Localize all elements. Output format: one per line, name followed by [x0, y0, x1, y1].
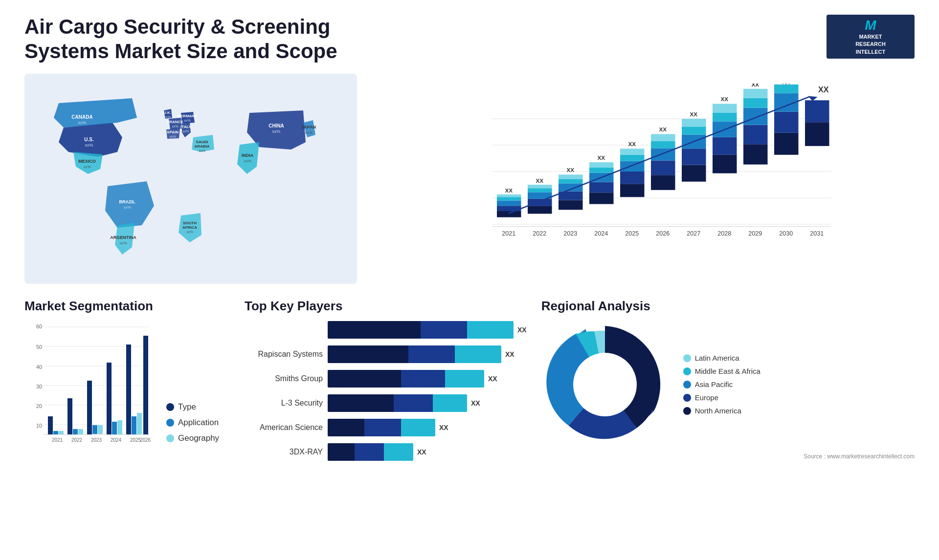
svg-rect-42 — [497, 194, 521, 197]
svg-rect-53 — [559, 179, 583, 183]
reg-item-mea: Middle East & Africa — [683, 367, 760, 375]
player-row-l3: L-3 Security XX — [245, 394, 527, 412]
svg-text:XX: XX — [690, 110, 698, 117]
svg-text:xx%: xx% — [305, 130, 312, 135]
svg-text:10: 10 — [36, 423, 42, 429]
svg-text:xx%: xx% — [186, 230, 193, 234]
svg-text:xx%: xx% — [244, 159, 251, 163]
svg-rect-87 — [743, 125, 768, 144]
mea-label: Middle East & Africa — [695, 367, 760, 375]
svg-text:2021: 2021 — [502, 230, 515, 237]
svg-text:2022: 2022 — [533, 230, 546, 237]
svg-text:xx%: xx% — [78, 120, 86, 125]
bottom-section: Market Segmentation 60 50 40 30 20 10 — [24, 299, 915, 468]
segmentation-container: Market Segmentation 60 50 40 30 20 10 — [24, 299, 230, 468]
player-xx-smiths: XX — [488, 375, 497, 383]
geography-label: Geography — [178, 433, 219, 443]
seg-legend-geography: Geography — [166, 433, 219, 443]
svg-rect-38 — [497, 211, 521, 217]
reg-item-na: North America — [683, 407, 760, 415]
svg-text:xx%: xx% — [272, 129, 280, 134]
apac-dot — [683, 381, 691, 388]
svg-rect-127 — [48, 416, 53, 434]
svg-rect-147 — [143, 336, 148, 434]
svg-rect-57 — [589, 182, 614, 193]
svg-rect-95 — [774, 85, 799, 93]
svg-rect-44 — [528, 206, 552, 214]
svg-text:50: 50 — [36, 344, 42, 350]
svg-text:2028: 2028 — [717, 230, 731, 237]
svg-rect-78 — [682, 119, 706, 127]
svg-rect-145 — [137, 413, 142, 434]
svg-text:AFRICA: AFRICA — [182, 225, 197, 230]
svg-text:SOUTH: SOUTH — [183, 221, 197, 225]
player-xx-l3: XX — [471, 399, 480, 407]
svg-text:CANADA: CANADA — [71, 114, 92, 120]
svg-point-149 — [573, 353, 637, 416]
player-row-1: XX — [245, 321, 527, 339]
svg-text:2031: 2031 — [810, 230, 824, 237]
svg-text:2026: 2026 — [140, 437, 151, 443]
regional-container: Regional Analysis — [541, 299, 915, 468]
svg-text:ARGENTINA: ARGENTINA — [110, 235, 136, 240]
regional-legend: Latin America Middle East & Africa Asia … — [683, 354, 760, 415]
svg-rect-84 — [713, 104, 737, 112]
svg-rect-136 — [92, 425, 97, 434]
svg-rect-144 — [132, 416, 136, 434]
application-label: Application — [178, 418, 219, 428]
svg-text:FRANCE: FRANCE — [167, 120, 183, 124]
player-row-smiths: Smiths Group XX — [245, 370, 527, 388]
svg-rect-54 — [559, 174, 583, 179]
player-row-american: American Science XX — [245, 419, 527, 436]
players-container: Top Key Players XX Rapiscan Systems — [245, 299, 527, 468]
svg-text:2023: 2023 — [563, 230, 577, 237]
donut-chart-svg — [541, 321, 669, 448]
svg-rect-97 — [805, 122, 829, 146]
reg-item-latin: Latin America — [683, 354, 760, 362]
svg-rect-86 — [743, 144, 768, 164]
logo-box: M MARKETRESEARCHINTELLECT — [827, 15, 915, 59]
seg-chart-wrapper: 60 50 40 30 20 10 — [24, 321, 230, 443]
svg-rect-62 — [620, 184, 645, 197]
svg-text:60: 60 — [36, 323, 42, 329]
logo-text: MARKETRESEARCHINTELLECT — [855, 33, 886, 56]
svg-rect-71 — [651, 141, 675, 148]
page-wrapper: Air Cargo Security & Screening Systems M… — [0, 0, 939, 560]
svg-text:XX: XX — [536, 177, 544, 183]
svg-text:xx%: xx% — [123, 205, 131, 210]
header: Air Cargo Security & Screening Systems M… — [24, 15, 915, 64]
player-xx-american: XX — [439, 424, 448, 431]
svg-rect-83 — [713, 112, 737, 121]
svg-text:ITALY: ITALY — [180, 125, 191, 129]
svg-text:XX: XX — [659, 126, 667, 132]
europe-label: Europe — [695, 393, 718, 402]
svg-text:XX: XX — [752, 84, 760, 87]
logo-letter: M — [865, 18, 876, 33]
mea-dot — [683, 367, 691, 375]
svg-text:xx%: xx% — [83, 165, 90, 169]
segmentation-title: Market Segmentation — [24, 299, 230, 314]
svg-rect-50 — [559, 200, 583, 210]
svg-text:2026: 2026 — [656, 230, 670, 237]
svg-rect-131 — [67, 398, 72, 434]
svg-rect-63 — [620, 172, 645, 184]
svg-text:ARABIA: ARABIA — [194, 144, 209, 149]
svg-rect-48 — [528, 185, 552, 188]
svg-rect-68 — [651, 175, 675, 190]
na-label: North America — [695, 407, 741, 415]
svg-text:2025: 2025 — [625, 230, 639, 237]
player-row-3dx: 3DX-RAY XX — [245, 443, 527, 461]
svg-rect-69 — [651, 160, 675, 175]
top-section: CANADA xx% U.S. xx% MEXICO xx% BRAZIL xx… — [24, 74, 915, 284]
svg-rect-98 — [805, 100, 829, 122]
seg-legend-type: Type — [166, 402, 219, 412]
seg-legend-application: Application — [166, 418, 219, 428]
donut-segments — [546, 331, 659, 439]
svg-text:xx%: xx% — [169, 135, 176, 138]
svg-text:30: 30 — [36, 384, 42, 389]
svg-text:INDIA: INDIA — [242, 153, 254, 158]
svg-rect-90 — [743, 89, 768, 98]
svg-rect-60 — [589, 162, 614, 168]
svg-text:XX: XX — [505, 187, 513, 194]
svg-marker-100 — [808, 92, 817, 101]
